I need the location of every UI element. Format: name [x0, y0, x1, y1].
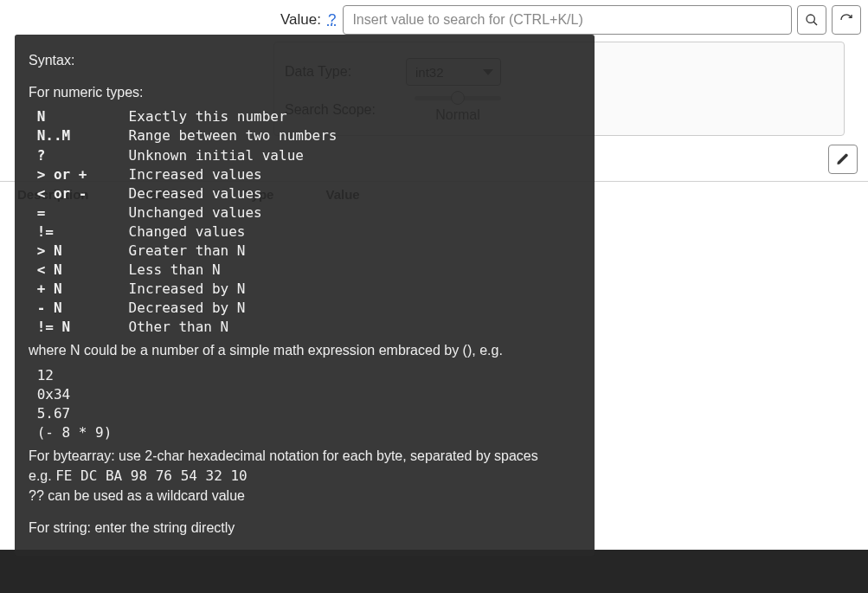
search-icon — [805, 13, 819, 27]
refresh-button[interactable] — [832, 5, 861, 35]
edit-button[interactable] — [828, 145, 858, 174]
search-button[interactable] — [797, 5, 826, 35]
tooltip-wildcard-line: ?? can be used as a wildcard value — [29, 486, 581, 506]
svg-point-0 — [807, 15, 814, 23]
tooltip-syntax-header: Syntax: — [29, 50, 581, 70]
value-label: Value: — [280, 11, 321, 29]
tooltip-bytearray-line: For bytearray: use 2-char hexadecimal no… — [29, 446, 581, 466]
tooltip-string-line: For string: enter the string directly — [29, 518, 581, 538]
tooltip-syntax-table: N Exactly this number N..M Range between… — [29, 107, 581, 337]
svg-line-1 — [813, 22, 817, 25]
tooltip-where-line: where N could be a number of a simple ma… — [29, 340, 581, 360]
dim-overlay-bottom — [0, 550, 868, 593]
tooltip-numeric-header: For numeric types: — [29, 82, 581, 102]
pencil-icon — [836, 152, 850, 166]
value-help-icon[interactable]: ? — [328, 11, 336, 29]
tooltip-bytearray-example: e.g. FE DC BA 98 76 54 32 10 — [29, 466, 581, 486]
tooltip-examples: 12 0x34 5.67 (- 8 * 9) — [29, 366, 581, 442]
syntax-help-tooltip: Syntax: For numeric types: N Exactly thi… — [15, 35, 595, 556]
value-search-input[interactable] — [343, 5, 792, 35]
refresh-icon — [839, 13, 853, 27]
